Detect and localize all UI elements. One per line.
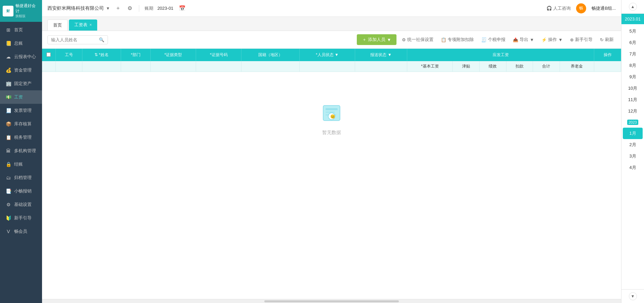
sidebar-label-archive: 归档管理 xyxy=(14,175,32,181)
company-selector[interactable]: 西安虾米网络科技有限公司 ▼ xyxy=(47,5,110,11)
refresh-btn[interactable]: ↻ 刷新 xyxy=(598,35,616,44)
operations-btn[interactable]: ⚡ 操作 ▼ xyxy=(539,35,565,44)
th-salary-group: 应发工资 xyxy=(407,49,594,61)
tax-icon: 📋 xyxy=(5,135,11,140)
sidebar-label-expense: 小畅报销 xyxy=(14,188,32,194)
main-area: 西安虾米网络科技有限公司 ▼ ＋ ⚙ 账期 2023-01 📅 🎧 人工咨询 畅… xyxy=(42,0,621,303)
th-dept: *部门 xyxy=(121,49,151,61)
user-avatar: 畅 xyxy=(576,3,586,13)
month-item-6月[interactable]: 6月 xyxy=(621,37,644,48)
month-item-8月[interactable]: 8月 xyxy=(621,60,644,71)
svg-rect-1 xyxy=(326,108,338,110)
month-item-12月[interactable]: 12月 xyxy=(621,105,644,117)
month-item-4月[interactable]: 4月 xyxy=(621,162,644,173)
headset-icon: 🎧 xyxy=(546,6,552,11)
month-item-2月[interactable]: 2月 xyxy=(621,139,644,150)
sidebar-item-salary[interactable]: 💵 工资 xyxy=(0,90,42,104)
add-company-btn[interactable]: ＋ xyxy=(114,3,122,13)
add-dropdown-icon: ▼ xyxy=(387,37,391,42)
sidebar-item-guide[interactable]: 🔰 新手引导 xyxy=(0,211,42,225)
svg-text:😐: 😐 xyxy=(330,114,335,119)
sub-empty-1 xyxy=(42,61,55,72)
sidebar-item-cloud_report[interactable]: ☁ 云报表中心 xyxy=(0,50,42,63)
export-btn[interactable]: 📤 导出 ▼ xyxy=(511,35,536,44)
month-item-3月[interactable]: 3月 xyxy=(621,150,644,162)
sidebar-item-fund[interactable]: 💰 资金管理 xyxy=(0,63,42,77)
user-name[interactable]: 畅捷通B组... xyxy=(592,5,616,11)
th-id-no: *证据号码 xyxy=(196,49,241,61)
month-item-11月[interactable]: 11月 xyxy=(621,94,644,105)
sidebar-label-ledger: 总账 xyxy=(14,40,23,46)
sidebar-item-ledger[interactable]: 📒 总账 xyxy=(0,37,42,50)
scroll-indicator xyxy=(42,299,621,303)
sidebar-item-home[interactable]: ⊞ 首页 xyxy=(0,23,42,37)
sidebar-item-settings[interactable]: ⚙ 基础设置 xyxy=(0,198,42,211)
inventory-icon: 📦 xyxy=(5,121,11,127)
special-deduction-btn[interactable]: 📋 专项附加扣除 xyxy=(439,35,476,44)
month-list: 5月6月7月8月9月10月11月12月20231月2月3月4月 xyxy=(621,24,644,289)
export-icon: 📤 xyxy=(513,37,518,42)
sidebar-item-tax[interactable]: 📋 税务管理 xyxy=(0,131,42,144)
sidebar-item-assets[interactable]: 🏢 固定资产 xyxy=(0,77,42,90)
th-name[interactable]: ⇅ *姓名 xyxy=(82,49,121,61)
tax-icon: 🧾 xyxy=(481,37,487,42)
th-status[interactable]: *人员状态 ▼ xyxy=(300,49,355,61)
sidebar-item-archive[interactable]: 🗂 归档管理 xyxy=(0,171,42,184)
guide-btn[interactable]: ⊕ 新手引导 xyxy=(568,35,595,44)
calendar-icon[interactable]: 📅 xyxy=(178,4,187,13)
scroll-bar[interactable] xyxy=(264,300,399,302)
sub-empty-8 xyxy=(300,61,355,72)
sub-empty-9 xyxy=(355,61,407,72)
social-security-btn[interactable]: ⚙ 统一社保设置 xyxy=(400,35,435,44)
sidebar-label-assets: 固定资产 xyxy=(14,81,32,87)
sidebar-label-tax: 税务管理 xyxy=(14,134,32,140)
th-id: 工号 xyxy=(55,49,82,61)
tab-close-salary[interactable]: × xyxy=(89,23,92,27)
month-item-9月[interactable]: 9月 xyxy=(621,71,644,83)
sidebar-item-close[interactable]: 🔒 结账 xyxy=(0,158,42,171)
month-item-1月[interactable]: 1月 xyxy=(623,128,643,139)
tab-salary[interactable]: 工资表× xyxy=(69,19,97,31)
month-item-7月[interactable]: 7月 xyxy=(621,48,644,60)
search-box[interactable]: 🔍 xyxy=(47,35,108,44)
th-report-status[interactable]: 报送状态 ▼ xyxy=(355,49,407,61)
year-badge: 2023 xyxy=(627,120,638,125)
sidebar: 财 畅捷通好会计 旗舰版 ⊞ 首页📒 总账☁ 云报表中心💰 资金管理🏢 固定资产… xyxy=(0,0,42,303)
sub-empty-3 xyxy=(82,61,121,72)
panel-up-arrow[interactable]: ▲ xyxy=(629,3,637,11)
close-icon: 🔒 xyxy=(5,162,11,167)
cloud_report-icon: ☁ xyxy=(5,54,11,59)
home-icon: ⊞ xyxy=(5,27,11,33)
salary-icon: 💵 xyxy=(5,94,11,100)
select-all-checkbox[interactable] xyxy=(46,52,51,57)
sub-empty-2 xyxy=(55,61,82,72)
service-label: 人工咨询 xyxy=(553,5,571,11)
search-input[interactable] xyxy=(51,37,97,42)
add-person-btn[interactable]: ＋ 添加人员 ▼ xyxy=(357,34,396,45)
month-item-10月[interactable]: 10月 xyxy=(621,83,644,94)
sidebar-label-home: 首页 xyxy=(14,27,23,33)
sidebar-item-invoice[interactable]: 🧾 发票管理 xyxy=(0,104,42,117)
sidebar-label-cloud_report: 云报表中心 xyxy=(14,54,36,60)
tab-home[interactable]: 首页 xyxy=(47,19,68,31)
right-date-panel: ▲ 2023.01 5月6月7月8月9月10月11月12月20231月2月3月4… xyxy=(621,0,644,303)
sidebar-nav: ⊞ 首页📒 总账☁ 云报表中心💰 资金管理🏢 固定资产💵 工资🧾 发票管理📦 库… xyxy=(0,22,42,303)
sidebar-item-inventory[interactable]: 📦 库存核算 xyxy=(0,117,42,131)
sidebar-item-multi_org[interactable]: 🏛 多机构管理 xyxy=(0,144,42,158)
sidebar-item-expense[interactable]: 📑 小畅报销 xyxy=(0,184,42,198)
settings-icon[interactable]: ⚙ xyxy=(126,4,134,13)
sidebar-item-member[interactable]: V 畅会员 xyxy=(0,225,42,238)
sub-empty-6 xyxy=(196,61,241,72)
tax-report-btn[interactable]: 🧾 个税申报 xyxy=(479,35,507,44)
month-item-5月[interactable]: 5月 xyxy=(621,26,644,37)
social-icon: ⚙ xyxy=(402,37,406,42)
th-actions: 操作 xyxy=(594,49,621,61)
service-btn[interactable]: 🎧 人工咨询 xyxy=(546,5,571,11)
sub-deduction: 扣款 xyxy=(506,61,533,72)
sub-empty-5 xyxy=(151,61,196,72)
empty-state: 😐 暂无数据 xyxy=(42,72,621,163)
panel-down-arrow[interactable]: ▼ xyxy=(629,292,637,300)
ledger-icon: 📒 xyxy=(5,41,11,46)
top-header: 西安虾米网络科技有限公司 ▼ ＋ ⚙ 账期 2023-01 📅 🎧 人工咨询 畅… xyxy=(42,0,621,17)
company-dropdown-arrow: ▼ xyxy=(106,6,110,11)
